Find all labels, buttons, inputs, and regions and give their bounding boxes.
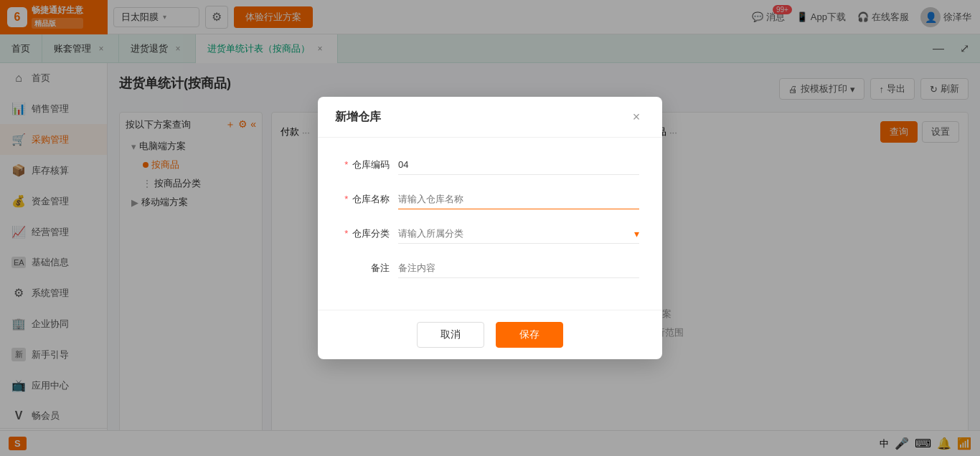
warehouse-name-input[interactable] [398,189,639,209]
category-dropdown-arrow: ▾ [634,228,639,239]
name-required-star: * [344,194,348,204]
cancel-button[interactable]: 取消 [417,322,484,348]
warehouse-remark-row: 备注 [341,258,639,278]
warehouse-code-label: * 仓库编码 [341,158,398,171]
modal-overlay: 新增仓库 × * 仓库编码 * 仓库名称 [0,0,980,456]
category-input[interactable] [398,224,634,243]
add-warehouse-modal: 新增仓库 × * 仓库编码 * 仓库名称 [318,97,662,359]
warehouse-name-row: * 仓库名称 [341,189,639,209]
warehouse-category-select[interactable]: ▾ [398,224,639,244]
warehouse-name-label: * 仓库名称 [341,193,398,206]
modal-header: 新增仓库 × [318,97,662,138]
modal-footer: 取消 保存 [318,310,662,359]
modal-close-button[interactable]: × [628,108,645,125]
warehouse-category-label: * 仓库分类 [341,227,398,240]
modal-title: 新增仓库 [335,110,381,125]
warehouse-remark-input[interactable] [398,258,639,278]
modal-body: * 仓库编码 * 仓库名称 * 仓库分类 [318,138,662,310]
save-button[interactable]: 保存 [496,322,563,348]
category-required-star: * [344,228,348,239]
code-required-star: * [344,159,348,170]
warehouse-code-input[interactable] [398,155,639,175]
warehouse-remark-label: 备注 [341,262,398,275]
warehouse-code-row: * 仓库编码 [341,155,639,175]
warehouse-category-row: * 仓库分类 ▾ [341,224,639,244]
